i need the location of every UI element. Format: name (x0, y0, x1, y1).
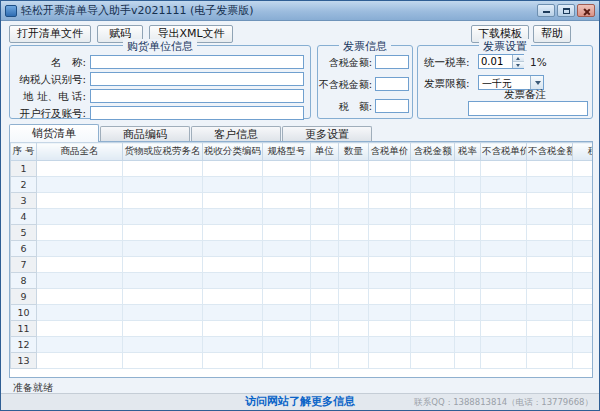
grid-column-header[interactable]: 不含税单价 (481, 143, 527, 161)
grid-cell[interactable] (481, 273, 527, 289)
grid-column-header[interactable]: 规格型号 (263, 143, 311, 161)
tax-rate-input[interactable] (479, 55, 511, 68)
row-number-cell[interactable]: 4 (11, 209, 37, 225)
grid-cell[interactable] (369, 193, 411, 209)
grid-cell[interactable] (369, 353, 411, 369)
grid-cell[interactable] (481, 289, 527, 305)
minimize-button[interactable] (537, 4, 555, 17)
grid-cell[interactable] (123, 289, 203, 305)
grid-cell[interactable] (369, 305, 411, 321)
grid-cell[interactable] (339, 257, 369, 273)
grid-cell[interactable] (411, 289, 455, 305)
grid-cell[interactable] (203, 321, 263, 337)
row-number-cell[interactable]: 9 (11, 289, 37, 305)
grid-cell[interactable] (455, 337, 481, 353)
grid-cell[interactable] (203, 177, 263, 193)
grid-cell[interactable] (527, 273, 573, 289)
grid-cell[interactable] (455, 177, 481, 193)
grid-cell[interactable] (527, 209, 573, 225)
tax-incl-amount-input[interactable] (375, 55, 409, 69)
tab-sales-list[interactable]: 销货清单 (9, 124, 99, 142)
grid-cell[interactable] (481, 257, 527, 273)
grid-cell[interactable] (573, 177, 594, 193)
grid-cell[interactable] (263, 241, 311, 257)
grid-cell[interactable] (37, 225, 123, 241)
grid-cell[interactable] (411, 161, 455, 177)
grid-cell[interactable] (123, 225, 203, 241)
grid-cell[interactable] (263, 273, 311, 289)
grid-cell[interactable] (573, 353, 594, 369)
grid-cell[interactable] (573, 225, 594, 241)
grid-cell[interactable] (263, 353, 311, 369)
grid-cell[interactable] (339, 161, 369, 177)
grid-cell[interactable] (411, 321, 455, 337)
grid-cell[interactable] (203, 193, 263, 209)
grid-cell[interactable] (527, 241, 573, 257)
grid-cell[interactable] (37, 193, 123, 209)
grid-cell[interactable] (37, 209, 123, 225)
grid-cell[interactable] (339, 353, 369, 369)
grid-cell[interactable] (481, 225, 527, 241)
grid-cell[interactable] (123, 257, 203, 273)
grid-cell[interactable] (455, 225, 481, 241)
grid-cell[interactable] (263, 225, 311, 241)
grid-cell[interactable] (311, 353, 339, 369)
grid-cell[interactable] (411, 257, 455, 273)
grid-cell[interactable] (369, 241, 411, 257)
grid-cell[interactable] (263, 321, 311, 337)
grid-cell[interactable] (411, 353, 455, 369)
grid-cell[interactable] (411, 305, 455, 321)
grid-cell[interactable] (573, 305, 594, 321)
grid-cell[interactable] (573, 321, 594, 337)
grid-cell[interactable] (527, 177, 573, 193)
grid-cell[interactable] (455, 161, 481, 177)
grid-cell[interactable] (203, 225, 263, 241)
grid-cell[interactable] (369, 273, 411, 289)
bank-account-input[interactable] (90, 106, 304, 120)
titlebar[interactable]: 轻松开票清单导入助手v2021111 (电子发票版) (1, 1, 599, 21)
row-number-cell[interactable]: 3 (11, 193, 37, 209)
grid-cell[interactable] (481, 321, 527, 337)
grid-cell[interactable] (573, 241, 594, 257)
grid-cell[interactable] (369, 321, 411, 337)
grid-cell[interactable] (411, 193, 455, 209)
grid-cell[interactable] (481, 209, 527, 225)
grid-column-header[interactable]: 税率 (455, 143, 481, 161)
grid-cell[interactable] (527, 289, 573, 305)
help-button[interactable]: 帮助 (533, 25, 571, 43)
grid-cell[interactable] (123, 161, 203, 177)
grid-column-header[interactable]: 含税金额 (411, 143, 455, 161)
grid-cell[interactable] (311, 337, 339, 353)
tab-customer-info[interactable]: 客户信息 (191, 126, 281, 142)
grid-cell[interactable] (527, 353, 573, 369)
grid-cell[interactable] (455, 273, 481, 289)
grid-cell[interactable] (339, 273, 369, 289)
row-number-cell[interactable]: 12 (11, 337, 37, 353)
grid-cell[interactable] (203, 209, 263, 225)
grid-cell[interactable] (339, 193, 369, 209)
grid-cell[interactable] (339, 321, 369, 337)
grid-cell[interactable] (455, 321, 481, 337)
grid-cell[interactable] (123, 353, 203, 369)
grid-cell[interactable] (123, 321, 203, 337)
grid-cell[interactable] (263, 193, 311, 209)
grid-cell[interactable] (527, 337, 573, 353)
tax-excl-amount-input[interactable] (375, 77, 409, 91)
row-number-cell[interactable]: 5 (11, 225, 37, 241)
grid-cell[interactable] (573, 289, 594, 305)
grid-cell[interactable] (37, 241, 123, 257)
grid-cell[interactable] (411, 273, 455, 289)
row-number-cell[interactable]: 11 (11, 321, 37, 337)
grid-cell[interactable] (573, 273, 594, 289)
grid-cell[interactable] (203, 305, 263, 321)
grid-cell[interactable] (311, 289, 339, 305)
grid-cell[interactable] (37, 257, 123, 273)
grid-cell[interactable] (369, 225, 411, 241)
taxpayer-id-input[interactable] (90, 72, 304, 86)
grid-cell[interactable] (37, 289, 123, 305)
grid-cell[interactable] (263, 177, 311, 193)
grid-cell[interactable] (37, 305, 123, 321)
grid-column-header[interactable]: 商品全名 (37, 143, 123, 161)
grid-cell[interactable] (527, 193, 573, 209)
grid-cell[interactable] (455, 257, 481, 273)
